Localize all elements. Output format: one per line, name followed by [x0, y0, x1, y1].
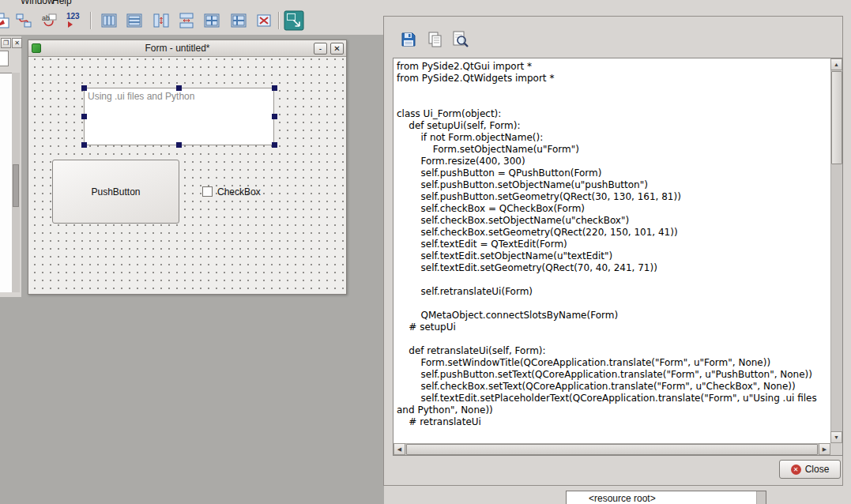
menubar: Window Help — [0, 0, 379, 8]
selection-handle-top-left[interactable] — [81, 85, 87, 91]
code-text[interactable]: from PySide2.QtGui import * from PySide2… — [397, 61, 828, 441]
form-window-title: Form - untitled* — [44, 43, 311, 54]
save-icon — [400, 31, 417, 48]
layout-splitter-horizontal-icon — [153, 12, 170, 29]
selection-handle-mid-left[interactable] — [81, 114, 87, 119]
edit-tab-order-icon: 123 — [66, 12, 83, 29]
selection-handle-bottom-left[interactable] — [81, 142, 87, 148]
resource-scrollbar[interactable] — [756, 491, 766, 504]
code-horizontal-scrollbar[interactable]: ◀ ▶ — [393, 443, 830, 455]
scroll-down-icon[interactable]: ▼ — [830, 431, 842, 443]
tab-order-numbers: 123 — [66, 12, 80, 21]
tab-order-arrow — [68, 21, 73, 28]
adjust-size-icon — [284, 10, 304, 31]
selection-handle-mid-right[interactable] — [272, 114, 277, 119]
edit-tab-order-button[interactable]: 123 — [65, 10, 84, 31]
code-vertical-scrollbar[interactable]: ▲ ▼ — [830, 58, 842, 443]
menu-window[interactable]: Window — [21, 0, 55, 6]
qt-designer-window: Window Help ab — [0, 0, 851, 504]
minimize-button[interactable]: - — [314, 43, 327, 55]
main-toolbar: ab 123 — [0, 8, 382, 35]
edit-widgets-button[interactable] — [0, 10, 11, 31]
form-editor-window: Form - untitled* - ✕ PushButto — [28, 39, 347, 295]
layout-form-button[interactable] — [229, 10, 248, 31]
layout-vertical-icon — [126, 12, 143, 29]
widget-box-dock-fragment: ❐ ✕ — [0, 36, 21, 297]
layout-horizontal-button[interactable] — [100, 10, 119, 31]
edit-signals-slots-button[interactable] — [14, 10, 33, 31]
checkbox-indicator[interactable] — [202, 186, 213, 197]
toolbar-separator — [90, 12, 92, 29]
pushbutton-label: PushButton — [91, 186, 140, 197]
close-dialog-button[interactable]: ✕ Close — [779, 460, 841, 479]
selection-handle-top-center[interactable] — [176, 85, 182, 91]
layout-splitter-vertical-button[interactable] — [177, 10, 196, 31]
layout-horizontal-icon — [100, 12, 118, 29]
scroll-right-icon[interactable]: ▶ — [819, 443, 830, 455]
horizontal-scroll-thumb[interactable] — [406, 444, 818, 455]
code-view[interactable]: from PySide2.QtGui import * from PySide2… — [393, 58, 843, 456]
dock-float-button[interactable]: ❐ — [1, 38, 11, 48]
edit-signals-slots-icon — [15, 12, 32, 29]
adjust-size-button[interactable] — [283, 9, 305, 32]
break-layout-button[interactable] — [254, 10, 273, 31]
checkbox-widget[interactable]: CheckBox — [202, 175, 282, 208]
layout-grid-button[interactable] — [202, 10, 221, 31]
edit-buddies-icon: ab — [40, 12, 58, 29]
selection-handle-bottom-right[interactable] — [272, 142, 277, 148]
find-icon — [451, 30, 470, 49]
layout-form-icon — [230, 12, 247, 29]
save-button[interactable] — [398, 29, 419, 50]
layout-splitter-vertical-icon — [178, 12, 195, 29]
widget-filter-fragment[interactable] — [0, 51, 9, 66]
textedit-widget[interactable] — [84, 88, 274, 145]
widget-list-fragment — [0, 73, 12, 292]
copy-button[interactable] — [425, 29, 446, 50]
resource-root-item[interactable]: <resource root> — [589, 493, 656, 504]
mdi-workspace: ❐ ✕ Form - untitled* - ✕ — [0, 35, 384, 504]
layout-grid-icon — [203, 12, 220, 29]
edit-widgets-icon — [0, 12, 10, 29]
selection-handle-bottom-center[interactable] — [176, 142, 182, 148]
pushbutton-widget[interactable]: PushButton — [52, 160, 179, 224]
toolbar-separator — [278, 12, 280, 29]
menu-help[interactable]: Help — [52, 0, 72, 6]
code-preview-dialog: from PySide2.QtGui import * from PySide2… — [383, 16, 843, 486]
close-button-label: Close — [805, 464, 830, 475]
break-layout-icon — [255, 12, 273, 29]
checkbox-label: CheckBox — [217, 186, 261, 197]
widget-list-scroll-thumb[interactable] — [13, 164, 19, 207]
layout-vertical-button[interactable] — [125, 10, 144, 31]
form-window-titlebar[interactable]: Form - untitled* - ✕ — [28, 40, 346, 57]
vertical-scroll-thumb[interactable] — [831, 71, 842, 164]
dock-close-button[interactable]: ✕ — [12, 38, 22, 48]
edit-buddies-button[interactable]: ab — [40, 10, 58, 31]
copy-icon — [427, 31, 444, 48]
scroll-up-icon[interactable]: ▲ — [830, 58, 842, 70]
selection-handle-top-right[interactable] — [272, 85, 277, 91]
widget-list-scrollbar[interactable] — [12, 73, 20, 292]
form-canvas[interactable]: PushButton CheckBox — [28, 57, 346, 294]
textedit-input[interactable] — [84, 88, 274, 145]
scroll-left-icon[interactable]: ◀ — [393, 443, 405, 455]
close-circle-icon: ✕ — [791, 465, 801, 475]
find-button[interactable] — [450, 29, 471, 50]
scrollbar-corner — [830, 443, 842, 455]
form-file-icon — [32, 43, 41, 53]
close-button[interactable]: ✕ — [330, 43, 344, 55]
svg-text:ab: ab — [42, 14, 50, 22]
resource-browser-panel: <resource root> — [566, 491, 766, 504]
layout-splitter-horizontal-button[interactable] — [152, 10, 171, 31]
